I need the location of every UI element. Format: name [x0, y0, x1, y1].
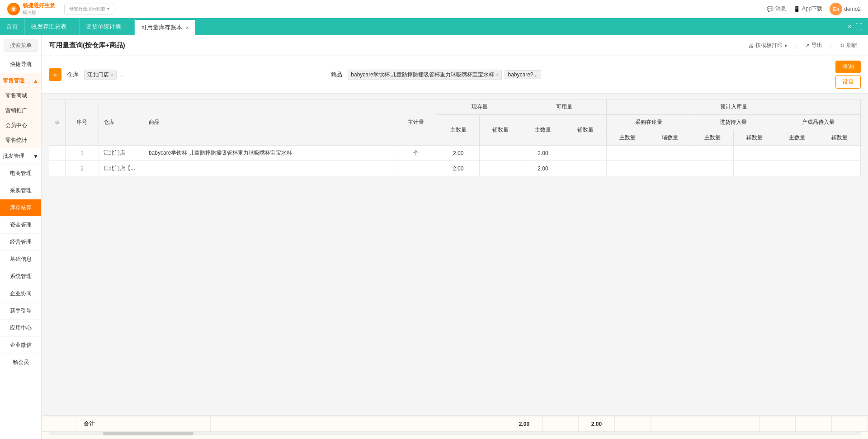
product-tag-2: babycare?...	[505, 70, 541, 79]
cell-warehouse-2: 江北门店【...	[99, 161, 144, 176]
th-current-main-qty: 主数量	[437, 115, 480, 146]
footer-cell-product	[211, 416, 479, 432]
tab-income-summary-close[interactable]: ×	[70, 24, 73, 29]
message-btn[interactable]: 💬 消息	[767, 5, 786, 13]
cell-purchase-transit-aux-2	[649, 161, 691, 176]
tab-order-stats-close[interactable]: ×	[125, 24, 127, 29]
sidebar-item-member[interactable]: 会员中心	[0, 118, 41, 133]
app-download-label: App下载	[802, 5, 822, 13]
sidebar-item-inventory[interactable]: 库存核算	[0, 199, 41, 217]
warehouse-filter-tags: 江北门店 × ...	[84, 70, 325, 80]
tab-available-stock[interactable]: 可用量库存账本 ×	[135, 20, 195, 35]
scrollbar-thumb[interactable]	[103, 432, 193, 435]
filter-action-buttons: 查询 设置	[835, 61, 861, 89]
sidebar-item-member2[interactable]: 畅会员	[0, 354, 41, 371]
th-warehouse: 仓库	[99, 99, 144, 146]
sidebar-search-area: 搜索菜单	[0, 35, 41, 56]
setting-btn[interactable]: 设置	[835, 75, 861, 89]
cell-warehouse-1: 江北门店	[99, 146, 144, 161]
message-icon: 💬	[767, 6, 774, 12]
account-selector-label: 母婴行业演示账套	[69, 6, 105, 12]
table-wrapper: ⚙ 序号 仓库 商品 主计量 现存量 可用量 预计入库量 主数量 辅数量 主数量	[42, 94, 868, 415]
action-divider-1: |	[795, 42, 797, 49]
table-settings-icon[interactable]: ⚙	[55, 119, 60, 126]
sidebar-item-newbie[interactable]: 新手引导	[0, 302, 41, 320]
action-divider-2: |	[830, 42, 832, 49]
sidebar-item-basic[interactable]: 基础信息	[0, 251, 41, 268]
cell-available-aux-1	[564, 146, 607, 161]
data-table: ⚙ 序号 仓库 商品 主计量 现存量 可用量 预计入库量 主数量 辅数量 主数量	[49, 99, 861, 176]
sidebar-item-quick-nav[interactable]: 快捷导航	[0, 56, 41, 73]
horizontal-scrollbar[interactable]	[49, 432, 861, 435]
logo-sub-text: 标准版	[23, 9, 55, 16]
footer-cell-empty1	[42, 416, 58, 432]
sidebar-item-wholesale[interactable]: 批发管理▼	[0, 148, 41, 165]
sidebar-item-retail-stats[interactable]: 零售统计	[0, 133, 41, 148]
cell-incoming-pending-aux-1	[733, 146, 776, 161]
cell-unit-2	[395, 161, 437, 176]
warehouse-tag-close[interactable]: ×	[111, 72, 113, 77]
top-bar-left: 畅捷通好生意 标准版 母婴行业演示账套 ▾	[7, 2, 114, 16]
export-btn[interactable]: ↗ 导出	[802, 40, 826, 51]
print-icon: 🖨	[748, 42, 754, 49]
page-header: 可用量查询(按仓库+商品) 🖨 按模板打印 ▾ | ↗ 导出 | ↻ 刷新	[42, 35, 868, 56]
sidebar-section-retail-header[interactable]: 零售管理 ▲	[0, 73, 41, 88]
tab-order-stats[interactable]: 要货单统计表 ×	[80, 18, 134, 35]
logo-text-area: 畅捷通好生意 标准版	[23, 2, 55, 16]
cell-settings	[49, 146, 66, 161]
sidebar-item-marketing[interactable]: 营销推广	[0, 103, 41, 118]
th-production-pending-main: 主数量	[776, 130, 818, 146]
product-tag-1-close[interactable]: ×	[496, 72, 499, 77]
user-info[interactable]: Ea demo2	[830, 3, 861, 15]
sidebar-item-purchase[interactable]: 采购管理	[0, 182, 41, 199]
sidebar-item-ecommerce[interactable]: 电商管理	[0, 165, 41, 182]
top-bar: 畅捷通好生意 标准版 母婴行业演示账套 ▾ 💬 消息 📱 App下载 Ea de…	[0, 0, 868, 18]
warehouse-more-btn[interactable]: ...	[119, 71, 124, 78]
footer-available-aux	[615, 416, 651, 432]
tab-home[interactable]: 首页	[0, 18, 25, 35]
tab-available-stock-close[interactable]: ×	[186, 25, 189, 30]
cell-purchase-transit-main-2	[607, 161, 649, 176]
sidebar-item-finance[interactable]: 资金管理	[0, 217, 41, 234]
footer-incoming-pending-aux	[760, 416, 796, 432]
cell-production-pending-main-2	[776, 161, 818, 176]
logo-main-text: 畅捷通好生意	[23, 2, 55, 9]
query-btn[interactable]: 查询	[835, 61, 861, 73]
sidebar-item-appstore[interactable]: 应用中心	[0, 320, 41, 337]
th-current-aux-qty: 辅数量	[480, 115, 522, 146]
expand-filter-btn[interactable]: »	[49, 68, 61, 81]
cell-available-main-1: 2.00	[522, 146, 564, 161]
th-available: 可用量	[522, 99, 606, 115]
window-close-btn[interactable]: ×	[848, 23, 852, 31]
sidebar-item-operations[interactable]: 经营管理	[0, 234, 41, 251]
cell-incoming-pending-main-2	[691, 161, 734, 176]
message-label: 消息	[775, 5, 786, 13]
template-print-btn[interactable]: 🖨 按模板打印 ▾	[745, 40, 791, 51]
cell-settings-2	[49, 161, 66, 176]
sidebar-item-system[interactable]: 系统管理	[0, 268, 41, 285]
product-filter-tags: babycare学饮杯 儿童防摔防撞吸管杯重力球吸嘴杯宝宝水杯 × babyca…	[348, 70, 830, 80]
sidebar-item-enterprise[interactable]: 企业协同	[0, 285, 41, 302]
th-purchase-transit-main: 主数量	[607, 130, 649, 146]
tab-order-stats-label: 要货单统计表	[86, 23, 121, 31]
app-download-btn[interactable]: 📱 App下载	[793, 5, 822, 13]
cell-purchase-transit-aux-1	[649, 146, 691, 161]
sidebar-item-retail-store[interactable]: 零售商城	[0, 88, 41, 103]
window-maximize-btn[interactable]: ⛶	[855, 23, 863, 31]
tab-income-summary[interactable]: 收发存汇总表 ×	[25, 18, 80, 35]
cell-current-main-1: 2.00	[437, 146, 480, 161]
export-icon: ↗	[805, 42, 810, 49]
table-body: 1 江北门店 babycare学饮杯 儿童防摔防撞吸管杯重力球吸嘴杯宝宝水杯 个…	[49, 146, 861, 176]
table-footer: 合计 2.00 2.00	[42, 415, 868, 439]
warehouse-tag-label: 江北门店	[87, 71, 109, 79]
footer-production-pending-main	[796, 416, 832, 432]
template-print-chevron: ▾	[784, 42, 787, 49]
sidebar-item-wechat[interactable]: 企业微信	[0, 337, 41, 354]
product-filter-label: 商品	[330, 71, 342, 79]
refresh-btn[interactable]: ↻ 刷新	[836, 40, 861, 51]
account-selector[interactable]: 母婴行业演示账套 ▾	[64, 4, 114, 14]
footer-cell-unit	[479, 416, 506, 432]
search-menu-btn[interactable]: 搜索菜单	[4, 39, 38, 52]
footer-available-main: 2.00	[579, 416, 615, 432]
th-current-stock: 现存量	[437, 99, 522, 115]
